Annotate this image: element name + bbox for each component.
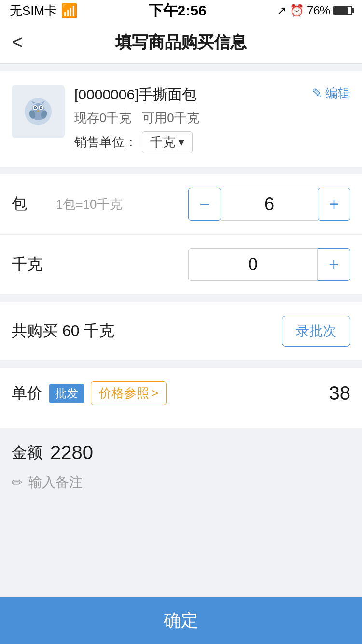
- back-button[interactable]: <: [12, 31, 23, 53]
- unit-select[interactable]: 千克 ▾: [142, 131, 193, 153]
- price-row: 单价 批发 价格参照 > 38: [12, 381, 350, 405]
- product-card: [0000006]手撕面包 现存0千克 可用0千克 销售单位： 千克 ▾ ✎ 编…: [0, 71, 362, 167]
- svg-point-6: [40, 106, 42, 109]
- status-right: ↗ ⏰ 76%: [277, 4, 352, 17]
- bag-qty-row: 包 1包=10千克 − +: [0, 174, 362, 235]
- status-bar: 无SIM卡 📶 下午2:56 ↗ ⏰ 76%: [0, 0, 362, 21]
- bag-qty-input[interactable]: [221, 188, 318, 221]
- product-unit: 销售单位： 千克 ▾: [74, 131, 350, 153]
- dropdown-arrow-icon: ▾: [178, 135, 184, 150]
- total-row: 共购买 60 千克 录批次: [0, 302, 362, 360]
- wifi-icon: 📶: [61, 3, 78, 19]
- total-text: 共购买 60 千克: [12, 321, 114, 342]
- price-ref-arrow-icon: >: [151, 386, 158, 401]
- svg-point-5: [34, 106, 37, 109]
- time-display: 下午2:56: [149, 1, 207, 21]
- location-icon: ↗: [277, 4, 287, 17]
- edit-button[interactable]: ✎ 编辑: [312, 85, 350, 102]
- bag-minus-button[interactable]: −: [188, 188, 221, 221]
- status-left: 无SIM卡 📶: [10, 2, 78, 19]
- remark-placeholder: 输入备注: [28, 473, 83, 491]
- svg-point-7: [35, 107, 36, 108]
- bag-plus-button[interactable]: +: [318, 188, 350, 221]
- kg-label: 千克: [12, 254, 50, 275]
- batch-button[interactable]: 录批次: [282, 316, 350, 347]
- pencil-icon: ✏: [12, 475, 23, 490]
- battery-icon: [333, 6, 352, 15]
- kg-qty-row: 千克 +: [0, 235, 362, 294]
- bag-qty-control: − +: [188, 188, 350, 221]
- amount-label: 金额: [12, 442, 42, 463]
- battery-percent: 76%: [307, 4, 330, 17]
- product-stock: 现存0千克 可用0千克: [74, 110, 350, 126]
- product-image: [12, 85, 65, 138]
- bag-conversion: 1包=10千克: [56, 196, 188, 213]
- price-left: 单价 批发 价格参照 >: [12, 381, 167, 405]
- edit-icon: ✎: [312, 86, 322, 101]
- amount-value: 2280: [50, 442, 93, 463]
- svg-point-8: [41, 107, 42, 108]
- amount-section: 金额 2280 ✏ 输入备注: [0, 428, 362, 501]
- price-type-tag: 批发: [49, 384, 84, 403]
- price-label: 单价: [12, 383, 42, 404]
- bag-label: 包: [12, 194, 50, 215]
- product-logo: [24, 97, 53, 126]
- remark-row[interactable]: ✏ 输入备注: [12, 473, 350, 491]
- price-value: 38: [329, 382, 351, 404]
- nav-bar: < 填写商品购买信息: [0, 21, 362, 64]
- page-title: 填写商品购买信息: [115, 31, 247, 54]
- alarm-icon: ⏰: [290, 4, 304, 17]
- product-name: [0000006]手撕面包: [74, 85, 350, 105]
- confirm-button[interactable]: 确定: [0, 597, 362, 644]
- kg-qty-control: +: [188, 248, 350, 281]
- price-section: 单价 批发 价格参照 > 38: [0, 368, 362, 428]
- carrier-text: 无SIM卡: [10, 2, 57, 19]
- kg-qty-input[interactable]: [188, 248, 318, 281]
- price-reference-button[interactable]: 价格参照 >: [91, 381, 167, 405]
- amount-row: 金额 2280: [12, 442, 350, 463]
- kg-plus-button[interactable]: +: [318, 248, 350, 281]
- quantity-section: 包 1包=10千克 − + 千克 +: [0, 174, 362, 294]
- product-info: [0000006]手撕面包 现存0千克 可用0千克 销售单位： 千克 ▾: [74, 85, 350, 153]
